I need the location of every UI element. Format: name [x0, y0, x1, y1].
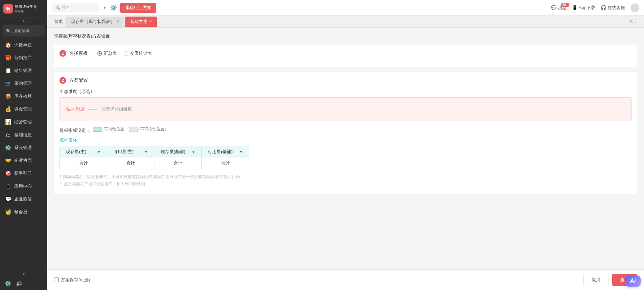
sidebar-item-finance[interactable]: 💰 资金管理	[0, 103, 47, 116]
sidebar-item-basic-info[interactable]: 🗂 基础信息	[0, 128, 47, 141]
close-panel-icon[interactable]: ✕	[629, 18, 633, 25]
member-icon: 👑	[5, 209, 11, 215]
topbar-gear-icon[interactable]: ⚙️	[110, 4, 117, 11]
stats-body-stock-main: 合计	[60, 158, 107, 169]
headset-icon: 🎧	[601, 5, 606, 10]
cooperation-icon: 🤝	[5, 158, 11, 164]
sidebar-logo: 畅 畅康通好生意 标准版	[0, 0, 47, 18]
expand-panel-icon[interactable]: ⛶	[635, 18, 641, 25]
tab-new-plan[interactable]: 新建方案 ✕	[125, 17, 157, 27]
step2-section: 2 方案配置 汇总维度（必选） *纵向维度 —— 请选择分组维度 模板指标设定（…	[54, 72, 637, 194]
indicator-label-text: 模板指标设定（	[59, 128, 90, 133]
dimension-area[interactable]: *纵向维度 —— 请选择分组维度	[59, 97, 632, 121]
sidebar-item-new-guide[interactable]: 🎯 新手引导	[0, 167, 47, 180]
sidebar-item-sales[interactable]: 📋 销售管理	[0, 64, 47, 77]
sidebar-item-label: 企业微信	[14, 196, 32, 202]
purchase-icon: 🛒	[5, 80, 11, 87]
sidebar-search-label: 搜索菜单	[13, 28, 29, 34]
sidebar-footer: ⚙️ 🔊	[0, 277, 47, 290]
save-checkbox[interactable]	[54, 277, 59, 282]
sidebar-item-operations[interactable]: 📊 经营管理	[0, 116, 47, 128]
available-main-chevron[interactable]: ▼	[144, 150, 148, 154]
step2-title: 方案配置	[69, 77, 88, 83]
sidebar-item-system[interactable]: ⚙️ 系统管理	[0, 141, 47, 154]
basic-info-icon: 🗂	[5, 132, 11, 138]
sidebar-item-purchase[interactable]: 🛒 采购管理	[0, 77, 47, 90]
step1-number: 1	[59, 50, 66, 57]
logo-name: 畅康通好生意	[15, 4, 37, 9]
speaker-footer-icon[interactable]: 🔊	[16, 281, 22, 287]
topbar-dropdown[interactable]: ▼	[103, 5, 107, 10]
sidebar-item-label: 经营管理	[14, 119, 32, 125]
non-draggable-label: 不可拖动位置）	[140, 126, 169, 132]
dropdown-label: ▼	[103, 5, 107, 10]
sidebar-item-app-center[interactable]: 📱 应用中心	[0, 180, 47, 193]
sidebar-item-label: 资金管理	[14, 106, 32, 112]
stock-aux-chevron[interactable]: ▼	[192, 150, 195, 154]
inventory-icon: 📦	[5, 93, 11, 99]
message-badge: 99+	[561, 3, 569, 7]
tips-section: 1.拖动标题栏可以调整布局，不可跨维度或指标区域拖动栏目(只能在同一维度或指标区…	[59, 174, 632, 187]
stats-table: 现存量(主) ▼ 可用量(主) ▼ 现存量(基辅) ▼ 可用量(基辅)	[59, 146, 249, 169]
tab-home[interactable]: 首页	[51, 17, 66, 27]
available-aux-chevron[interactable]: ▼	[239, 150, 243, 154]
sidebar-scroll-down[interactable]: ▼	[0, 271, 47, 277]
tab-inventory-close-icon[interactable]: ✕	[116, 19, 119, 24]
indicator-label: 模板指标设定（ 可拖动位置 不可拖动位置）	[59, 126, 632, 134]
finance-icon: 💰	[5, 106, 11, 112]
tab-new-plan-close-icon[interactable]: ✕	[149, 19, 152, 24]
app-download-button[interactable]: 📱 App下载	[572, 5, 595, 11]
ai-badge[interactable]: Ai	[625, 275, 641, 287]
industry-plan-button[interactable]: 体验行业方案	[120, 3, 156, 13]
stats-label: 统计指标	[59, 137, 632, 143]
sidebar-item-label: 库存核算	[14, 93, 32, 99]
legend-non-draggable: 不可拖动位置）	[129, 126, 169, 132]
stats-header-available-main[interactable]: 可用量(主) ▼	[107, 146, 154, 158]
sidebar-item-label: 新手引导	[14, 170, 32, 176]
sidebar: 畅 畅康通好生意 标准版 ▲ 🔍 搜索菜单 🏠 快捷导航 🎁 营销推广 📋 销售…	[0, 0, 47, 290]
sidebar-item-label: 基础信息	[14, 132, 32, 138]
sales-icon: 📋	[5, 68, 11, 74]
stats-header-stock-main[interactable]: 现存量(主) ▼	[60, 146, 107, 158]
stock-main-chevron[interactable]: ▼	[97, 150, 101, 154]
dimension-label: 汇总维度（必选）	[59, 89, 632, 95]
step2-header: 2 方案配置	[59, 77, 632, 84]
customer-service-label: 在线客服	[608, 5, 625, 11]
page-title: 现存量(库存状况表)方案设置	[54, 33, 637, 39]
sidebar-search[interactable]: 🔍 搜索菜单	[3, 25, 45, 37]
stats-header-stock-aux[interactable]: 现存量(基辅) ▼	[154, 146, 202, 158]
sidebar-item-marketing[interactable]: 🎁 营销推广	[0, 51, 47, 64]
step1-title: 选择模板	[69, 50, 88, 56]
sidebar-item-inventory[interactable]: 📦 库存核算	[0, 90, 47, 103]
sidebar-item-label: 企业协同	[14, 158, 32, 164]
radio-cross[interactable]: 交叉统计表	[124, 50, 152, 56]
customer-service-button[interactable]: 🎧 在线客服	[601, 5, 625, 11]
tab-inventory-status[interactable]: 现存量（库存状况表） ✕	[66, 17, 124, 27]
user-avatar[interactable]	[630, 3, 639, 12]
radio-summary-label: 汇总表	[104, 50, 117, 56]
sidebar-item-member[interactable]: 👑 畅会员	[0, 206, 47, 218]
message-button[interactable]: 💬 消息 99+	[551, 5, 567, 11]
app-center-icon: 📱	[5, 183, 11, 189]
settings-footer-icon[interactable]: ⚙️	[5, 281, 11, 287]
non-draggable-box	[129, 127, 139, 132]
cancel-button[interactable]: 取消	[583, 274, 609, 286]
sidebar-item-wechat[interactable]: 💬 企业微信	[0, 193, 47, 206]
stats-header-available-aux[interactable]: 可用量(基辅) ▼	[202, 146, 249, 158]
sidebar-item-quick-nav[interactable]: 🏠 快捷导航	[0, 39, 47, 51]
sidebar-item-label: 应用中心	[14, 183, 32, 189]
draggable-box	[93, 127, 102, 132]
step2-number: 2	[59, 77, 66, 84]
tab-inventory-label: 现存量（库存状况表）	[71, 19, 115, 25]
radio-summary[interactable]: 汇总表	[97, 50, 117, 56]
tab-new-plan-label: 新建方案	[130, 19, 148, 25]
sidebar-item-cooperation[interactable]: 🤝 企业协同	[0, 154, 47, 167]
topbar-search[interactable]: 🔍 搜索	[52, 3, 99, 12]
search-icon: 🔍	[6, 29, 11, 33]
message-icon: 💬	[551, 5, 556, 10]
tip1: 1.拖动标题栏可以调整布局，不可跨维度或指标区域拖动栏目(只能在同一维度或指标区…	[59, 174, 632, 180]
sidebar-scroll-up[interactable]: ▲	[0, 18, 47, 23]
dimension-required-star: *纵向维度	[65, 106, 84, 112]
stats-header-row: 现存量(主) ▼ 可用量(主) ▼ 现存量(基辅) ▼ 可用量(基辅)	[60, 146, 249, 158]
draggable-label: 可拖动位置	[104, 126, 124, 132]
